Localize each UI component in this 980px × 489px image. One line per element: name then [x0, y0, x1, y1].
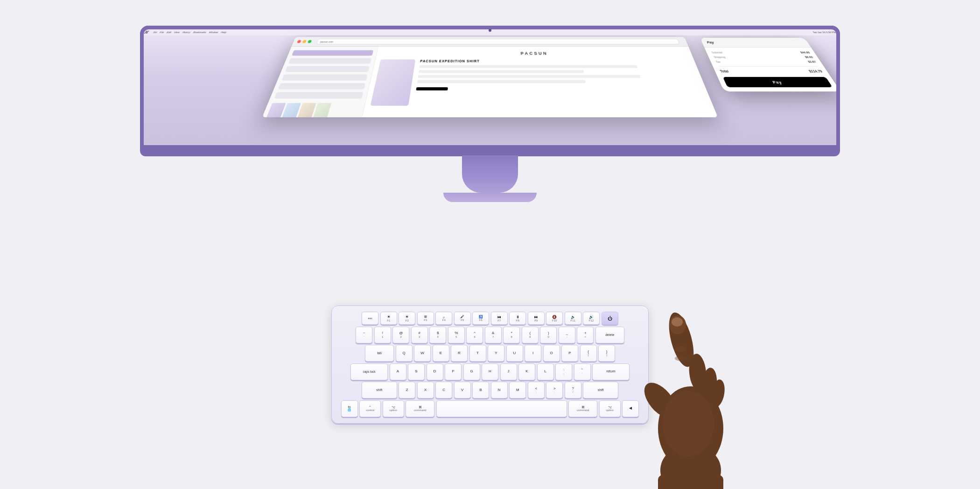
menubar-item-view[interactable]: View [173, 31, 181, 34]
key-i[interactable]: I [525, 345, 541, 362]
key-option-left[interactable]: ⌥ option [383, 400, 404, 417]
key-semicolon[interactable]: : ; [555, 363, 572, 380]
key-h[interactable]: H [482, 363, 498, 380]
key-n-label: N [498, 388, 501, 392]
key-1[interactable]: ! 1 [374, 327, 391, 343]
browser-maximize-button[interactable] [308, 40, 312, 43]
key-semicolon-top: : [563, 368, 564, 372]
key-f10-icon: 🔇 [552, 315, 557, 319]
sidebar-item-5 [278, 83, 366, 89]
browser-url-bar[interactable]: pacsun.com [316, 39, 680, 44]
sidebar-item-4 [281, 75, 367, 81]
key-control[interactable]: ⌃ control [359, 400, 381, 417]
key-f7-icon: ⏮ [497, 315, 501, 319]
add-to-cart-button[interactable] [416, 87, 448, 91]
key-f8[interactable]: ⏸ F8 [509, 312, 526, 325]
key-j[interactable]: J [500, 363, 517, 380]
key-u[interactable]: U [506, 345, 523, 362]
key-r[interactable]: R [451, 345, 468, 362]
key-2[interactable]: @ 2 [392, 327, 409, 343]
key-v[interactable]: V [454, 382, 471, 398]
key-3[interactable]: # 3 [411, 327, 428, 343]
key-s-label: S [415, 370, 417, 374]
key-f7[interactable]: ⏮ F7 [491, 312, 508, 325]
menubar-item-help[interactable]: Help [220, 31, 227, 34]
key-minus[interactable]: _ - [559, 327, 575, 343]
apple-pay-button[interactable]: Pay [723, 77, 833, 87]
pay-row-total: Total $114.79 [719, 70, 823, 73]
key-5[interactable]: % 5 [448, 327, 465, 343]
key-space[interactable] [436, 400, 567, 417]
key-f3[interactable]: ⊞ F3 [417, 312, 434, 325]
key-period[interactable]: > . [546, 382, 563, 398]
key-t-label: T [476, 351, 479, 356]
key-y[interactable]: Y [488, 345, 504, 362]
browser-close-button[interactable] [297, 40, 301, 43]
key-k[interactable]: K [518, 363, 535, 380]
menubar-item-window[interactable]: Window [208, 31, 219, 34]
key-m[interactable]: M [509, 382, 526, 398]
key-f-label: F [452, 370, 455, 374]
key-e[interactable]: E [433, 345, 449, 362]
key-f11[interactable]: 🔉 F11 [565, 312, 581, 325]
key-a[interactable]: A [390, 363, 406, 380]
key-u-label: U [513, 351, 516, 356]
key-7[interactable]: & 7 [485, 327, 502, 343]
key-f[interactable]: F [445, 363, 462, 380]
key-x[interactable]: X [417, 382, 434, 398]
key-f1[interactable]: ☀ F1 [380, 312, 397, 325]
key-l[interactable]: L [537, 363, 554, 380]
key-8[interactable]: * 8 [503, 327, 520, 343]
key-c[interactable]: C [435, 382, 452, 398]
key-9[interactable]: ( 9 [522, 327, 539, 343]
key-shift-left[interactable]: shift [362, 382, 397, 398]
key-command-left[interactable]: ⌘ command [406, 400, 434, 417]
key-comma[interactable]: < , [528, 382, 545, 398]
menubar-item-edit[interactable]: Edit [166, 31, 172, 34]
key-4[interactable]: $ 4 [429, 327, 446, 343]
browser-minimize-button[interactable] [302, 40, 307, 43]
menubar-item-siri[interactable]: Siri [152, 31, 158, 34]
key-w[interactable]: W [414, 345, 431, 362]
key-6[interactable]: ^ 6 [466, 327, 483, 343]
key-0[interactable]: ) 0 [540, 327, 557, 343]
key-slash[interactable]: ? / [565, 382, 581, 398]
key-n[interactable]: N [491, 382, 508, 398]
menubar-item-bookmarks[interactable]: Bookmarks [193, 31, 207, 34]
key-f8-icon: ⏸ [516, 315, 519, 319]
key-shift-left-label: shift [376, 388, 382, 392]
key-esc[interactable]: esc [362, 312, 378, 325]
menubar-item-history[interactable]: History [182, 31, 191, 34]
pay-row-tax: Tax $3.87 [715, 60, 817, 63]
key-tab[interactable]: tab [365, 345, 394, 362]
key-f6[interactable]: ♿ F6 [472, 312, 489, 325]
key-8-bottom: 8 [511, 335, 512, 338]
key-t[interactable]: T [469, 345, 486, 362]
key-fn[interactable]: fn 🌐 [341, 400, 358, 417]
menubar-item-file[interactable]: File [159, 31, 165, 34]
apple-menu-icon[interactable]: ⌘ [143, 30, 150, 35]
key-comma-bottom: , [536, 391, 537, 393]
key-q[interactable]: Q [396, 345, 413, 362]
shipping-value: $6.00 [804, 56, 813, 58]
key-d[interactable]: D [427, 363, 443, 380]
key-f5[interactable]: 🎤 F5 [454, 312, 471, 325]
key-b[interactable]: B [472, 382, 489, 398]
key-g[interactable]: G [463, 363, 480, 380]
key-f9[interactable]: ⏭ F9 [528, 312, 545, 325]
key-z[interactable]: Z [399, 382, 415, 398]
browser-url-text: pacsun.com [320, 40, 334, 43]
key-s[interactable]: S [408, 363, 425, 380]
key-9-bottom: 9 [529, 335, 531, 338]
key-f11-icon: 🔉 [571, 315, 575, 319]
key-f4[interactable]: ⌕ F4 [435, 312, 452, 325]
key-backtick[interactable]: ~ ` [356, 327, 372, 343]
key-quote-bottom: ' [582, 372, 582, 375]
key-o[interactable]: O [543, 345, 560, 362]
key-f10[interactable]: 🔇 F10 [546, 312, 563, 325]
key-f2[interactable]: ☀ F2 [399, 312, 415, 325]
key-capslock[interactable]: caps lock [350, 363, 388, 380]
key-p[interactable]: P [561, 345, 578, 362]
key-backtick-top: ~ [363, 331, 365, 335]
key-f1-label: F1 [387, 319, 390, 322]
